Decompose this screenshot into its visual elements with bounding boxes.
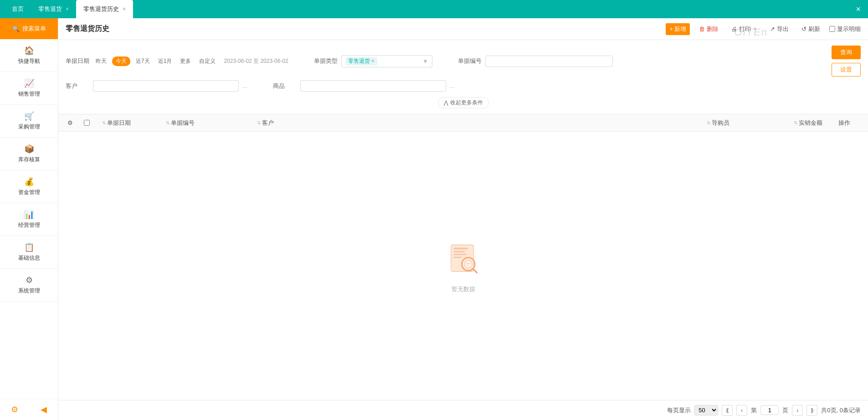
empty-text: 暂无数据 [452, 285, 475, 293]
col-header-customer[interactable]: ⇅ 客户 [253, 119, 703, 127]
sidebar-item-operations[interactable]: 📊 经营管理 [0, 203, 58, 236]
type-tag-close[interactable]: × [371, 58, 375, 64]
delete-button[interactable]: 🗑 删除 [695, 23, 722, 35]
svg-rect-3 [453, 254, 467, 255]
filter-date: 单据日期 昨天 今天 近7天 近1月 更多 自定义 2023-06-02 至 2… [66, 56, 288, 66]
svg-rect-4 [453, 256, 462, 258]
svg-rect-1 [453, 247, 468, 249]
date-options: 昨天 今天 近7天 近1月 更多 自定义 [93, 56, 218, 66]
content-area: 零售退货历史 + 新增 🗑 删除 🖨 打印 ▼ ↗ 导出 ↺ 刷新 [58, 18, 868, 420]
show-detail-checkbox-input[interactable] [829, 26, 835, 32]
tab-retail-return-history-close[interactable]: × [123, 6, 126, 12]
home-icon: 🏠 [24, 46, 34, 56]
per-page-select[interactable]: 50 100 200 [694, 405, 718, 415]
show-detail-check[interactable]: 显示明细 [829, 25, 861, 33]
main-layout: 🔍 搜索菜单 🏠 快捷导航 📈 销售管理 🛒 采购管理 📦 库存核算 💰 资金管… [0, 18, 868, 420]
settings-bottom-icon[interactable]: ⚙ [11, 405, 18, 415]
sidebar-item-system[interactable]: ⚙ 系统管理 [0, 269, 58, 302]
sidebar-item-basic-info[interactable]: 📋 基础信息 [0, 236, 58, 269]
print-dropdown-icon: ▼ [753, 26, 757, 31]
col-header-amount[interactable]: ⇅ 实销金额 [771, 119, 826, 127]
collapse-button[interactable]: ⋀ 收起更多条件 [438, 97, 489, 108]
type-select[interactable]: 零售退货 × ▼ [341, 55, 432, 67]
pagination: 每页显示 50 100 200 ⟪ ‹ 第 页 › ⟫ 共0页, 0条记录 [58, 400, 868, 420]
date-option-1month[interactable]: 近1月 [155, 56, 175, 66]
col-header-number[interactable]: ⇅ 单据编号 [162, 119, 253, 127]
empty-illustration [443, 239, 484, 280]
sidebar-search[interactable]: 🔍 搜索菜单 [0, 18, 58, 39]
toolbar: + 新增 🗑 删除 🖨 打印 ▼ ↗ 导出 ↺ 刷新 显示明细 [666, 23, 861, 35]
tab-home[interactable]: 首页 [5, 0, 31, 18]
prev-page-btn[interactable]: ‹ [736, 405, 747, 416]
top-nav: 首页 零售退货 × 零售退货历史 × × [0, 0, 868, 18]
sidebar-bottom: ⚙ ◀ [0, 399, 58, 420]
table-select-all[interactable] [80, 120, 98, 126]
refresh-icon: ↺ [801, 26, 806, 32]
setting-button[interactable]: 设置 [832, 63, 861, 77]
date-option-custom[interactable]: 自定义 [196, 56, 218, 66]
col-header-guide[interactable]: ⇅ 导购员 [703, 119, 771, 127]
sort-icon-5: ⇅ [794, 120, 797, 125]
sales-icon: 📈 [24, 78, 34, 88]
export-button[interactable]: ↗ 导出 [766, 23, 792, 35]
query-button[interactable]: 查询 [832, 46, 861, 59]
col-header-action: 操作 [826, 119, 863, 127]
page-header: 零售退货历史 + 新增 🗑 删除 🖨 打印 ▼ ↗ 导出 ↺ 刷新 [58, 18, 868, 40]
search-icon: 🔍 [12, 26, 20, 32]
svg-point-6 [464, 260, 472, 267]
gear-icon: ⚙ [67, 119, 73, 126]
tab-retail-return-history[interactable]: 零售退货历史 × [76, 0, 133, 18]
operations-icon: 📊 [24, 210, 34, 220]
sidebar-item-finance[interactable]: 💰 资金管理 [0, 170, 58, 203]
sort-icon-2: ⇅ [166, 120, 169, 125]
filter-goods: 商品 ... [273, 80, 455, 92]
last-page-btn[interactable]: ⟫ [806, 405, 817, 416]
system-icon: ⚙ [26, 275, 33, 285]
export-icon: ↗ [770, 26, 775, 32]
collapse-sidebar-icon[interactable]: ◀ [41, 405, 47, 415]
sidebar-item-inventory[interactable]: 📦 库存核算 [0, 138, 58, 170]
tab-retail-return[interactable]: 零售退货 × [31, 0, 76, 18]
number-input[interactable] [485, 56, 613, 67]
filter-customer: 客户 ... [66, 80, 247, 92]
goods-dots[interactable]: ... [450, 82, 455, 89]
finance-icon: 💰 [24, 177, 34, 187]
table-settings-icon[interactable]: ⚙ [64, 119, 80, 126]
date-range-display: 2023-06-02 至 2023-06-02 [224, 57, 288, 65]
sidebar-item-purchase[interactable]: 🛒 采购管理 [0, 105, 58, 138]
add-button[interactable]: + 新增 [666, 23, 690, 35]
date-option-today[interactable]: 今天 [112, 56, 130, 66]
basic-info-icon: 📋 [24, 242, 34, 252]
print-icon: 🖨 [731, 26, 737, 32]
next-page-btn[interactable]: › [792, 405, 803, 416]
date-option-7days[interactable]: 近7天 [133, 56, 153, 66]
first-page-btn[interactable]: ⟪ [722, 405, 733, 416]
col-header-date[interactable]: ⇅ 单据日期 [98, 119, 162, 127]
sidebar: 🔍 搜索菜单 🏠 快捷导航 📈 销售管理 🛒 采购管理 📦 库存核算 💰 资金管… [0, 18, 58, 420]
date-option-more[interactable]: 更多 [177, 56, 194, 66]
inventory-icon: 📦 [24, 144, 34, 154]
page-number-input[interactable] [760, 405, 779, 415]
select-all-checkbox[interactable] [84, 120, 90, 126]
filter-row-2: 客户 ... 商品 ... [66, 80, 861, 92]
filter-type: 单据类型 零售退货 × ▼ [314, 55, 432, 67]
sidebar-item-sales[interactable]: 📈 销售管理 [0, 72, 58, 105]
empty-state: 暂无数据 [58, 132, 868, 400]
type-tag: 零售退货 × [345, 57, 377, 66]
print-button[interactable]: 🖨 打印 ▼ [728, 23, 761, 35]
filter-row-1: 单据日期 昨天 今天 近7天 近1月 更多 自定义 2023-06-02 至 2… [66, 46, 861, 77]
date-option-yesterday[interactable]: 昨天 [93, 56, 109, 66]
purchase-icon: 🛒 [24, 111, 34, 121]
window-close-icon[interactable]: × [856, 5, 861, 14]
sort-icon: ⇅ [102, 120, 106, 125]
tab-retail-return-close[interactable]: × [66, 6, 69, 12]
sidebar-item-home[interactable]: 🏠 快捷导航 [0, 39, 58, 72]
customer-dots[interactable]: ... [242, 82, 247, 89]
customer-input[interactable] [93, 80, 239, 92]
type-dropdown-icon: ▼ [422, 58, 428, 65]
goods-input[interactable] [300, 80, 446, 92]
sort-icon-3: ⇅ [257, 120, 261, 125]
collapse-row: ⋀ 收起更多条件 [66, 95, 861, 110]
refresh-button[interactable]: ↺ 刷新 [798, 23, 824, 35]
collapse-icon: ⋀ [444, 100, 448, 106]
